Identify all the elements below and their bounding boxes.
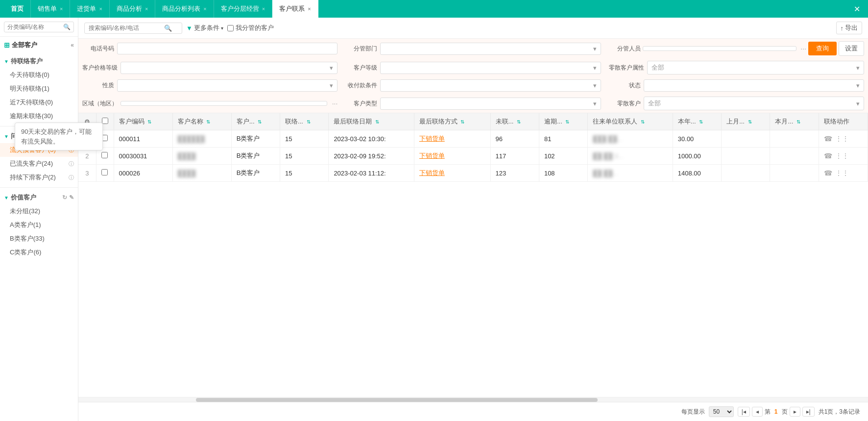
tab-customer-layer-label: 客户分层经营 [221,4,259,13]
my-customers-checkbox-label[interactable]: 我分管的客户 [227,24,274,32]
th-last-date[interactable]: 最后联络日期 ⇅ [329,113,414,130]
th-this-month[interactable]: 本月... ⇅ [770,113,819,130]
more-icon-1[interactable]: ⋮⋮ [835,135,849,143]
more-icon-3[interactable]: ⋮⋮ [835,169,849,177]
tooltip-box: 90天未交易的客户，可能有流失风险。 [15,123,78,150]
scrollbar-thumb[interactable] [196,398,598,402]
tab-goods-analysis-close[interactable]: × [145,6,148,12]
sidebar-item-ungroup[interactable]: 未分组(32) [0,204,78,218]
sidebar-item-tomorrow[interactable]: 明天待联络(1) [0,82,78,96]
page-prev-btn[interactable]: ◂ [752,407,763,417]
export-button[interactable]: ↑ 导出 [836,22,863,34]
th-type[interactable]: 客户... ⇅ [231,113,280,130]
filter-status-select[interactable]: ▾ [644,79,864,92]
settings-button[interactable]: 设置 [839,41,864,56]
tab-customer-layer-close[interactable]: × [262,6,265,12]
more-icon-2[interactable]: ⋮⋮ [835,152,849,160]
sidebar-item-class-c[interactable]: C类客户(6) [0,246,78,259]
tab-goods-analysis[interactable]: 商品分析 × [110,0,155,18]
row-action-3: ☎ ⋮⋮ [819,165,868,182]
row-num-3: 3 [78,165,96,182]
th-contact[interactable]: 联络... ⇅ [280,113,329,130]
filter-price-grade-select[interactable]: ▾ [121,62,338,74]
sidebar-group-value-title[interactable]: ▼ 价值客户 ↻ ✎ [0,191,78,204]
row-last-way-link-2[interactable]: 下销货单 [419,152,445,159]
th-uncontacted[interactable]: 未联... ⇅ [490,113,539,130]
th-code[interactable]: 客户编码 ⇅ [114,113,172,130]
row-checkbox-2[interactable] [101,152,108,158]
window-close-button[interactable]: ✕ [850,4,864,14]
row-check-3[interactable] [96,165,114,182]
contact-icon-2[interactable]: ☎ [824,152,832,160]
th-last-way[interactable]: 最后联络方式 ⇅ [414,113,490,130]
row-last-way-1[interactable]: 下销货单 [414,130,490,148]
per-page-select[interactable]: 50 100 [709,406,734,417]
th-overdue[interactable]: 逾期... ⇅ [539,113,587,130]
sidebar-group-pending-title[interactable]: ▼ 待联络客户 [0,54,78,68]
horizontal-scrollbar[interactable] [78,397,868,402]
row-type-3: B类客户 [231,165,280,182]
tab-purchase-close[interactable]: × [99,6,102,12]
row-last-way-3[interactable]: 下销货单 [414,165,490,182]
th-this-year[interactable]: 本年... ⇅ [673,113,721,130]
edit-icon[interactable]: ✎ [69,194,74,201]
tab-customer-contact[interactable]: 客户联系 × [272,0,318,18]
th-unit-contacts[interactable]: 往来单位联系人 ⇅ [588,113,673,130]
row-last-way-2[interactable]: 下销货单 [414,148,490,165]
filter-search-icon[interactable]: 🔍 [164,25,172,32]
sidebar-item-tomorrow-label: 明天待联络(1) [10,84,49,93]
page-next-btn[interactable]: ▸ [790,407,800,417]
row-type-2: B类客户 [231,148,280,165]
row-last-date-3: 2023-02-03 11:12: [329,165,414,182]
filter-search-input[interactable] [89,25,162,31]
row-checkbox-3[interactable] [101,169,108,175]
my-customers-checkbox[interactable] [227,25,234,31]
tab-goods-list[interactable]: 商品分析列表 × [155,0,214,18]
sidebar-search-icon: 🔍 [63,24,71,30]
row-this-year-2: 1000.00 [673,148,721,165]
filter-zero-sale-attr-select[interactable]: 全部 ▾ [647,61,864,74]
sidebar-all-customers[interactable]: ⊞ 全部客户 « [0,37,78,53]
filter-region-dots[interactable]: ··· [332,99,338,107]
th-last-month[interactable]: 上月... ⇅ [722,113,770,130]
sidebar-item-week7[interactable]: 近7天待联络(0) [0,96,78,109]
filter-payment-select[interactable]: ▾ [380,79,601,92]
filter-zero-customer-select[interactable]: 全部 ▾ [644,97,864,110]
tab-customer-contact-close[interactable]: × [308,6,311,12]
row-last-way-link-3[interactable]: 下销货单 [419,169,445,176]
tab-sales-close[interactable]: × [60,6,63,12]
page-last-btn[interactable]: ▸| [802,407,815,417]
page-first-btn[interactable]: |◂ [738,407,750,417]
row-this-month-2 [770,148,819,165]
tab-customer-layer[interactable]: 客户分层经营 × [214,0,272,18]
current-page: 1 [772,408,780,415]
contact-icon-3[interactable]: ☎ [824,169,832,177]
chevron-down-icon: ▾ [221,25,223,31]
filter-dept-select[interactable]: ▾ [380,43,601,55]
filter-person-select[interactable] [643,46,797,51]
sidebar-item-overdue[interactable]: 逾期未联络(30) [0,109,78,123]
filter-gender-select[interactable]: ▾ [117,79,338,92]
contact-icon-1[interactable]: ☎ [824,135,832,143]
sidebar-item-class-b[interactable]: B类客户(33) [0,232,78,246]
tab-sales[interactable]: 销售单 × [31,0,70,18]
filter-region-select[interactable] [121,101,327,106]
query-button[interactable]: 查询 [808,42,837,55]
sidebar-item-class-a[interactable]: A类客户(1) [0,218,78,232]
filter-phone-input[interactable] [117,43,338,54]
filter-person-dots[interactable]: ··· [800,45,806,52]
filter-customer-type-select[interactable]: ▾ [380,98,601,110]
sidebar-item-declining[interactable]: 持续下滑客户(2) ⓘ [0,171,78,184]
refresh-icon[interactable]: ↻ [62,194,67,201]
tab-purchase[interactable]: 进货单 × [70,0,109,18]
filter-customer-grade-select[interactable]: ▾ [380,62,601,74]
tab-goods-list-close[interactable]: × [203,6,206,12]
sidebar-item-today[interactable]: 今天待联络(0) [0,68,78,82]
filter-more-btn[interactable]: ▼ 更多条件 ▾ [186,24,223,32]
tab-home[interactable]: 首页 [4,0,31,18]
th-name[interactable]: 客户名称 ⇅ [172,113,231,130]
filter-bar: 🔍 ▼ 更多条件 ▾ 我分管的客户 ↑ 导出 [78,18,868,39]
sidebar-item-lost[interactable]: 已流失客户(24) ⓘ [0,157,78,171]
row-last-way-link-1[interactable]: 下销货单 [419,135,445,142]
sidebar-collapse-btn[interactable]: « [71,42,74,49]
